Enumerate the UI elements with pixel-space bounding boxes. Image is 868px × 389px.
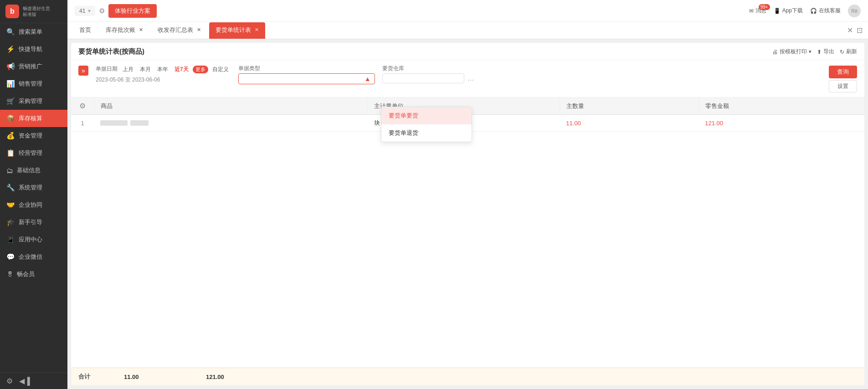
tab-label-requisition-summary: 要货单统计表: [216, 26, 251, 34]
filter-date-range: 2023-05-06 至 2023-06-06: [96, 76, 231, 84]
sidebar-label-quick-nav: 快捷导航: [19, 45, 42, 53]
app-download-btn[interactable]: 📱 App下载: [774, 7, 803, 15]
refresh-btn[interactable]: ↻ 刷新: [840, 48, 857, 56]
tabs-bar: 首页库存批次账✕收发存汇总表✕要货单统计表✕ ✕ ⊡: [67, 22, 868, 39]
tab-expand[interactable]: ⊡: [857, 26, 863, 35]
settings-icon[interactable]: ⚙: [6, 377, 13, 385]
collapse-icon[interactable]: ◀▐: [19, 377, 30, 385]
topbar-gear-icon[interactable]: ⚙: [99, 7, 105, 15]
logo-text: 畅捷通好生意 标准版: [23, 5, 50, 17]
filter-type-input[interactable]: [242, 76, 365, 82]
filter-expand-btn[interactable]: »: [78, 66, 88, 76]
tab-close-inventory-batch[interactable]: ✕: [139, 27, 143, 33]
sidebar-item-inventory[interactable]: 📦库存核算: [0, 110, 67, 127]
sidebar-label-sales: 销售管理: [19, 80, 42, 88]
page-title: 要货单统计表(按商品): [78, 47, 144, 56]
sidebar-label-app-center: 应用中心: [19, 235, 42, 244]
dropdown-item-requisition-order[interactable]: 要货单要货: [381, 107, 472, 124]
sidebar-item-purchase[interactable]: 🛒采购管理: [0, 92, 67, 110]
table-settings-icon[interactable]: ⚙: [79, 102, 86, 110]
filter-warehouse-label: 要货仓库: [382, 65, 474, 72]
tab-inventory-batch[interactable]: 库存批次账✕: [99, 22, 149, 39]
type-chevron-up-icon[interactable]: ▲: [365, 75, 371, 82]
footer-label: 合计: [78, 373, 97, 381]
col-settings[interactable]: ⚙: [71, 97, 94, 115]
export-btn[interactable]: ⬆ 导出: [817, 48, 834, 56]
filter-warehouse-group: 要货仓库 …: [382, 65, 474, 83]
purchase-icon: 🛒: [6, 97, 15, 105]
quick-nav-icon: ⚡: [6, 45, 15, 53]
membership-icon: 🎖: [6, 271, 13, 278]
sidebar-item-guide[interactable]: 🎓新手引导: [0, 214, 67, 231]
date-opt-7days[interactable]: 近7天: [172, 65, 191, 74]
sidebar-item-operations[interactable]: 📋经营管理: [0, 144, 67, 162]
cell-index-0: 1: [71, 115, 94, 132]
col-quantity: 主数量: [560, 97, 699, 115]
sidebar-label-basic-info: 基础信息: [17, 166, 41, 174]
inventory-icon: 📦: [6, 114, 15, 123]
filter-date-options: 上月 本月 本年 近7天 更多 自定义: [120, 65, 231, 74]
tab-shipment-summary[interactable]: 收发存汇总表✕: [151, 22, 207, 39]
filter-type-group: 单据类型 ▲: [238, 65, 375, 84]
page-header: 要货单统计表(按商品) 🖨 按模板打印 ▾ ⬆ 导出 ↻ 刷新: [71, 43, 864, 60]
sidebar: b 畅捷通好生意 标准版 🔍搜索菜单⚡快捷导航📢营销推广📊销售管理🛒采购管理📦库…: [0, 0, 67, 389]
sidebar-label-inventory: 库存核算: [19, 114, 42, 123]
sidebar-item-quick-nav[interactable]: ⚡快捷导航: [0, 41, 67, 58]
date-opt-this-month[interactable]: 本月: [138, 65, 153, 74]
sidebar-item-enterprise-wechat[interactable]: 💬企业微信: [0, 248, 67, 266]
sidebar-label-system: 系统管理: [19, 184, 42, 192]
main-area: 41 ▾ ⚙ 体验行业方案 ✉ 消息 99+ 📱 App下载 🎧 在线客服 Ri…: [67, 0, 868, 389]
sidebar-item-basic-info[interactable]: 🗂基础信息: [0, 162, 67, 179]
enterprise-collab-icon: 🤝: [6, 201, 15, 209]
search-icon: 🔍: [6, 28, 15, 36]
tab-close-shipment-summary[interactable]: ✕: [197, 27, 201, 33]
sidebar-logo: b 畅捷通好生意 标准版: [0, 0, 67, 23]
filter-warehouse-row: …: [382, 73, 474, 83]
sidebar-label-operations: 经营管理: [19, 149, 42, 157]
finance-icon: 💰: [6, 132, 15, 140]
filter-type-input-wrap: ▲: [238, 73, 375, 84]
filter-settings-btn[interactable]: 设置: [829, 80, 857, 92]
date-opt-this-year[interactable]: 本年: [155, 65, 170, 74]
sidebar-item-finance[interactable]: 💰资金管理: [0, 127, 67, 144]
user-avatar[interactable]: Rit: [848, 5, 861, 17]
sidebar-label-membership: 畅会员: [17, 270, 35, 278]
marketing-icon: 📢: [6, 62, 15, 71]
tab-home[interactable]: 首页: [73, 22, 98, 39]
query-btn[interactable]: 查询: [829, 66, 857, 78]
sidebar-label-purchase: 采购管理: [19, 97, 42, 105]
tab-close-requisition-summary[interactable]: ✕: [255, 27, 259, 33]
filter-type-label: 单据类型: [238, 65, 375, 72]
date-opt-prev-month[interactable]: 上月: [120, 65, 136, 74]
guide-icon: 🎓: [6, 218, 15, 226]
sidebar-item-sales[interactable]: 📊销售管理: [0, 75, 67, 92]
tab-requisition-summary[interactable]: 要货单统计表✕: [209, 22, 265, 39]
page-content: 要货单统计表(按商品) 🖨 按模板打印 ▾ ⬆ 导出 ↻ 刷新 »: [71, 43, 864, 385]
date-opt-custom[interactable]: 自定义: [210, 65, 231, 74]
sidebar-item-system[interactable]: 🔧系统管理: [0, 179, 67, 196]
online-service-btn[interactable]: 🎧 在线客服: [810, 7, 841, 15]
sidebar-item-search[interactable]: 🔍搜索菜单: [0, 23, 67, 41]
sidebar-item-marketing[interactable]: 📢营销推广: [0, 58, 67, 75]
topbar-left: 41 ▾ ⚙ 体验行业方案: [75, 4, 744, 18]
sidebar-item-app-center[interactable]: 📱应用中心: [0, 231, 67, 248]
app-icon: 📱: [774, 8, 781, 14]
message-btn[interactable]: ✉ 消息 99+: [749, 7, 766, 15]
sidebar-nav: 🔍搜索菜单⚡快捷导航📢营销推广📊销售管理🛒采购管理📦库存核算💰资金管理📋经营管理…: [0, 23, 67, 373]
print-btn[interactable]: 🖨 按模板打印 ▾: [772, 48, 812, 56]
tab-close-all[interactable]: ✕: [847, 26, 853, 35]
trial-btn[interactable]: 体验行业方案: [108, 4, 157, 18]
operations-icon: 📋: [6, 149, 15, 157]
export-icon: ⬆: [817, 49, 822, 55]
topbar: 41 ▾ ⚙ 体验行业方案 ✉ 消息 99+ 📱 App下载 🎧 在线客服 Ri…: [67, 0, 868, 22]
sales-icon: 📊: [6, 80, 15, 88]
date-tag-more[interactable]: 更多: [193, 66, 208, 73]
sidebar-label-marketing: 营销推广: [19, 62, 42, 71]
dropdown-item-requisition-return[interactable]: 要货单退货: [381, 124, 472, 142]
filter-warehouse-input[interactable]: [382, 73, 464, 83]
warehouse-more-icon[interactable]: …: [467, 74, 474, 82]
sidebar-item-enterprise-collab[interactable]: 🤝企业协同: [0, 196, 67, 214]
sidebar-label-guide: 新手引导: [19, 218, 42, 226]
topbar-doc-number: 41 ▾: [75, 6, 95, 16]
sidebar-item-membership[interactable]: 🎖畅会员: [0, 266, 67, 283]
